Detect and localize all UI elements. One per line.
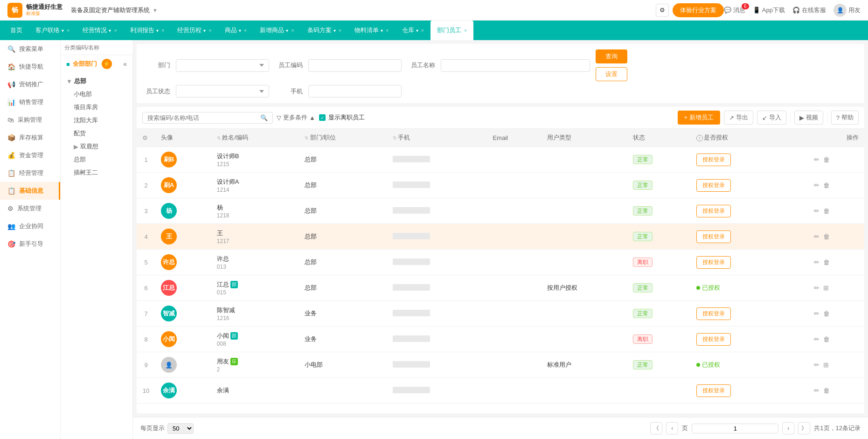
collapse-button[interactable]: «	[123, 60, 127, 68]
nav-item-new-goods[interactable]: 新增商品▾×	[253, 21, 300, 40]
show-resigned-toggle[interactable]: ✓ 显示离职员工	[319, 113, 365, 122]
edit-icon[interactable]: ✏	[814, 361, 819, 369]
settings-button[interactable]: ⚙	[656, 4, 669, 17]
sidebar-item-system[interactable]: ⚙ 系统管理	[0, 200, 60, 217]
delete-icon[interactable]: 🗑	[823, 156, 830, 163]
search-icon[interactable]: 🔍	[260, 114, 268, 121]
dept-search-input[interactable]	[64, 44, 134, 51]
delete-icon[interactable]: 🗑	[823, 387, 830, 394]
col-name[interactable]: ⇅ 姓名/编码	[211, 129, 299, 147]
sidebar-item-shortcuts[interactable]: 🏠 快捷导航	[0, 58, 60, 76]
nav-item-goods[interactable]: 商品▾×	[218, 21, 253, 40]
close-icon[interactable]: ×	[291, 28, 294, 33]
dept-node-shenyang[interactable]: 沈阳大库	[61, 114, 132, 127]
edit-icon[interactable]: ✏	[814, 387, 819, 394]
first-page-button[interactable]: 《	[650, 422, 662, 434]
col-settings[interactable]: ⚙	[137, 129, 155, 147]
col-dept[interactable]: ⇅ 部门/职位	[299, 129, 387, 147]
dept-filter-select[interactable]	[176, 59, 269, 72]
copy-icon[interactable]: ⊞	[823, 284, 829, 292]
dept-node-small-electronics[interactable]: 小电部	[61, 88, 132, 101]
close-icon[interactable]: ×	[208, 28, 211, 33]
sidebar-item-inventory[interactable]: 📦 库存核算	[0, 129, 60, 146]
add-employee-button[interactable]: + 新增员工	[678, 111, 720, 125]
edit-icon[interactable]: ✏	[814, 156, 819, 163]
edit-icon[interactable]: ✏	[814, 207, 819, 215]
auth-button[interactable]: 授权登录	[696, 384, 731, 397]
col-phone[interactable]: ⇅ 手机	[387, 129, 487, 147]
close-icon[interactable]: ×	[339, 28, 341, 33]
edit-icon[interactable]: ✏	[814, 335, 819, 343]
sidebar-item-search[interactable]: 🔍 搜索菜单	[0, 40, 60, 58]
more-filter-button[interactable]: ▽ 更多条件 ▲	[277, 113, 315, 122]
sidebar-item-finance[interactable]: 💰 资金管理	[0, 146, 60, 164]
dept-node-insert[interactable]: 插树王二	[61, 166, 132, 179]
sidebar-item-marketing[interactable]: 📢 营销推广	[0, 76, 60, 93]
user-area[interactable]: 👤 用友	[833, 4, 861, 17]
close-icon[interactable]: ×	[386, 28, 389, 33]
app-download-button[interactable]: 📱 App下载	[753, 6, 785, 14]
nav-item-warehouse[interactable]: 仓库▾×	[396, 21, 431, 40]
current-page-input[interactable]	[692, 424, 778, 433]
auth-button[interactable]: 授权登录	[696, 256, 731, 269]
edit-icon[interactable]: ✏	[814, 310, 819, 317]
nav-item-business[interactable]: 经营情况▾×	[76, 21, 123, 40]
show-resigned-checkbox[interactable]: ✓	[319, 114, 326, 121]
last-page-button[interactable]: 》	[798, 422, 810, 434]
nav-item-history[interactable]: 经营历程▾×	[171, 21, 218, 40]
nav-item-employees[interactable]: 部门员工×	[431, 21, 473, 40]
emp-name-input[interactable]	[441, 59, 590, 72]
query-button[interactable]: 查询	[596, 49, 627, 63]
help-button[interactable]: ? 帮助	[831, 111, 859, 125]
auth-button[interactable]: 授权登录	[696, 153, 731, 166]
delete-icon[interactable]: 🗑	[823, 181, 830, 189]
search-input[interactable]	[147, 114, 257, 121]
phone-input[interactable]	[308, 85, 402, 98]
auth-button[interactable]: 授权登录	[696, 307, 731, 320]
export-button[interactable]: ↗ 导出	[724, 111, 753, 125]
close-icon[interactable]: ×	[67, 28, 69, 33]
edit-icon[interactable]: ✏	[814, 258, 819, 266]
sidebar-item-purchase[interactable]: 🛍 采购管理	[0, 111, 60, 129]
dept-node-project[interactable]: 项目库房	[61, 101, 132, 114]
emp-code-input[interactable]	[308, 59, 402, 72]
dept-node-general[interactable]: ▼ 总部	[61, 75, 132, 88]
dept-node-delivery[interactable]: 配货	[61, 127, 132, 140]
nav-item-bom[interactable]: 物料清单▾×	[348, 21, 395, 40]
copy-icon[interactable]: ⊞	[823, 361, 829, 369]
sidebar-item-basic-info[interactable]: 📋 基础信息	[0, 182, 60, 200]
emp-status-select[interactable]	[176, 85, 269, 98]
close-icon[interactable]: ×	[161, 28, 164, 33]
view-button[interactable]: ▶ 视频	[794, 111, 823, 125]
sidebar-item-sales[interactable]: 📊 销售管理	[0, 93, 60, 111]
delete-icon[interactable]: 🗑	[823, 335, 830, 343]
close-icon[interactable]: ×	[464, 28, 467, 33]
nav-item-barcode[interactable]: 条码方案▾×	[301, 21, 348, 40]
dept-manage-button[interactable]: ⚡	[102, 59, 112, 69]
page-size-select[interactable]: 50 20 100	[167, 423, 194, 434]
edit-icon[interactable]: ✏	[814, 181, 819, 189]
close-icon[interactable]: ×	[244, 28, 247, 33]
delete-icon[interactable]: 🗑	[823, 310, 830, 317]
online-service-button[interactable]: 🎧 在线客服	[792, 6, 826, 14]
close-icon[interactable]: ×	[421, 28, 424, 33]
sidebar-item-collab[interactable]: 👥 企业协同	[0, 217, 60, 235]
dept-node-shuangluxiang[interactable]: ▶双鹿想	[61, 140, 132, 153]
delete-icon[interactable]: 🗑	[823, 233, 830, 240]
auth-button[interactable]: 授权登录	[696, 230, 731, 243]
auth-button[interactable]: 授权登录	[696, 333, 731, 346]
nav-item-profit[interactable]: 利润报告▾×	[124, 21, 171, 40]
close-icon[interactable]: ×	[114, 28, 117, 33]
nav-item-home[interactable]: 首页	[4, 21, 29, 40]
dept-node-general2[interactable]: 总部	[61, 153, 132, 166]
import-button[interactable]: ↙ 导入	[757, 111, 786, 125]
sidebar-item-operations[interactable]: 📋 经营管理	[0, 164, 60, 182]
sidebar-item-guide[interactable]: 🎯 新手引导	[0, 235, 60, 253]
reset-button[interactable]: 设置	[596, 67, 627, 81]
edit-icon[interactable]: ✏	[814, 233, 819, 240]
next-page-button[interactable]: ›	[782, 422, 794, 434]
trial-button[interactable]: 体验行业方案	[673, 3, 724, 17]
prev-page-button[interactable]: ‹	[666, 422, 678, 434]
edit-icon[interactable]: ✏	[814, 284, 819, 292]
auth-button[interactable]: 授权登录	[696, 205, 731, 217]
